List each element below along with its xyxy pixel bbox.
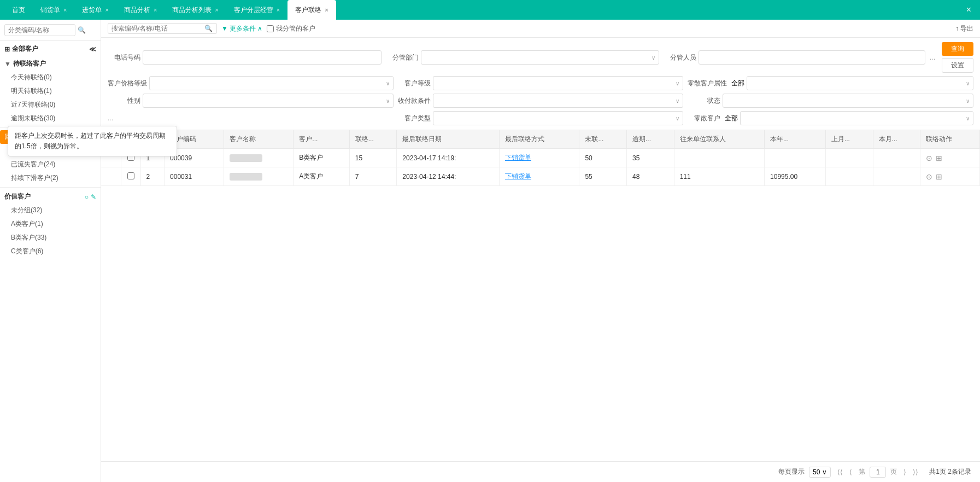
td-level: B类客户 <box>294 149 349 167</box>
tooltip-box: 距客户上次交易时长，超过了此客户的平均交易周期的1.5倍，则视为异常。 <box>8 126 101 156</box>
filter-my-customers[interactable]: 我分管的客户 <box>267 24 315 33</box>
top-nav: 首页 销货单 × 进货单 × 商品分析 × 商品分析列表 × 客户分层经营 × … <box>0 0 980 20</box>
sidebar-item-unclassified[interactable]: 未分组(32) <box>0 204 101 217</box>
td-checkbox[interactable] <box>121 167 140 186</box>
sidebar-item-overdue[interactable]: 逾期未联络(30) <box>0 112 101 125</box>
nav-item-product-list[interactable]: 商品分析列表 × <box>165 0 226 20</box>
ellipsis-icon[interactable]: ... <box>928 54 937 61</box>
chevron-down-icon: ∨ <box>386 80 390 86</box>
filter-field-dept: 分管部门 ∨ <box>386 50 660 65</box>
sidebar-all-customers[interactable]: ⊞ 全部客户 ≪ <box>0 41 101 57</box>
export-button[interactable]: ↑ 导出 <box>955 24 973 33</box>
sidebar-value-circle-icon[interactable]: ○ <box>85 193 89 201</box>
td-last-contact-method[interactable]: 下销货单 <box>499 149 579 167</box>
action-icon-2[interactable]: ⊞ <box>936 154 942 162</box>
close-icon[interactable]: × <box>63 7 67 13</box>
retail-attr-select[interactable]: ∨ <box>747 76 973 90</box>
td-overdue: 48 <box>627 167 674 186</box>
sidebar-item-b-class[interactable]: B类客户(33) <box>0 231 101 245</box>
filter-form: 电话号码 分管部门 ∨ 分管人员 ... 查询 设置 <box>101 38 980 130</box>
th-name: 客户名称 <box>224 130 294 149</box>
settings-button[interactable]: 设置 <box>942 58 973 73</box>
query-button[interactable]: 查询 <box>942 42 973 56</box>
sidebar-item-c-class[interactable]: C类客户(6) <box>0 245 101 258</box>
prev-page-icon[interactable]: ⟨ <box>847 467 854 477</box>
td-action[interactable]: ⊙ ⊞ <box>920 149 980 167</box>
page-input[interactable] <box>870 467 886 478</box>
dept-select[interactable]: ∨ <box>421 50 660 65</box>
sidebar-item-declining[interactable]: 持续下滑客户(2) <box>0 171 101 185</box>
filter-search-wrap: 🔍 <box>108 23 217 34</box>
th-last-contact-method: 最后联络方式 <box>499 130 579 149</box>
status-select[interactable]: ∨ <box>723 94 973 108</box>
nav-item-home[interactable]: 首页 <box>4 0 33 20</box>
retail-customer-select[interactable]: ∨ <box>740 111 973 125</box>
sidebar-item-7days[interactable]: 近7天待联络(0) <box>0 98 101 112</box>
search-icon[interactable]: 🔍 <box>204 25 213 32</box>
collapse-icon[interactable]: ≪ <box>89 45 96 53</box>
manager-input[interactable] <box>699 50 925 65</box>
td-last-contact-date: 2023-04-17 14:19: <box>397 149 500 167</box>
first-page-icon[interactable]: ⟨⟨ <box>835 467 845 477</box>
action-icon-1[interactable]: ⊙ <box>926 172 932 181</box>
th-last-contact-date: 最后联络日期 <box>397 130 500 149</box>
filter-field-customer-level: 客户等级 ∨ <box>398 76 684 90</box>
customer-type-select[interactable]: ∨ <box>433 111 684 125</box>
export-icon: ↑ <box>955 25 959 32</box>
filter-field-phone: 电话号码 <box>108 50 382 65</box>
gender-select[interactable]: ∨ <box>143 94 394 108</box>
close-icon[interactable]: × <box>215 7 218 13</box>
next-page-icon[interactable]: ⟩ <box>901 467 908 477</box>
close-icon[interactable]: × <box>277 7 280 13</box>
arrow-down-icon: ▼ <box>4 60 11 68</box>
sidebar-item-churned[interactable]: 已流失客户(24) <box>0 158 101 171</box>
action-icon-1[interactable]: ⊙ <box>926 154 932 162</box>
nav-item-product-analysis[interactable]: 商品分析 × <box>116 0 165 20</box>
sidebar-search-input[interactable] <box>4 24 75 36</box>
close-icon[interactable]: × <box>105 7 108 13</box>
filter-more-conditions[interactable]: ▼ 更多条件 ∧ <box>221 24 262 33</box>
nav-item-purchase[interactable]: 进货单 × <box>74 0 116 20</box>
last-page-icon[interactable]: ⟩⟩ <box>911 467 920 477</box>
td-unit-contact <box>674 149 764 167</box>
window-close-button[interactable]: × <box>962 5 976 15</box>
sidebar-item-a-class[interactable]: A类客户(1) <box>0 217 101 231</box>
sidebar-value-edit-icon[interactable]: ✎ <box>91 193 96 201</box>
filter-field-retail-attr: 零散客户属性 全部 ∨ <box>688 76 973 90</box>
search-icon[interactable]: 🔍 <box>78 26 86 34</box>
td-last-contact-method[interactable]: 下销货单 <box>499 167 579 186</box>
my-customers-checkbox[interactable] <box>267 25 274 32</box>
sidebar-group-pending[interactable]: ▼ 待联络客户 <box>0 57 101 71</box>
nav-item-customer-segment[interactable]: 客户分层经营 × <box>226 0 287 20</box>
customer-level-select[interactable]: ∨ <box>433 76 684 90</box>
sidebar-item-today[interactable]: 今天待联络(0) <box>0 71 101 84</box>
action-icon-2[interactable]: ⊞ <box>936 172 942 181</box>
nav-item-customer-contact[interactable]: 客户联络 × <box>287 0 336 20</box>
filter-search-input[interactable] <box>112 25 204 32</box>
table-body: 1 000039 B类客户 15 2023-04-17 14:19: 下销货单 … <box>101 149 980 186</box>
td-action[interactable]: ⊙ ⊞ <box>920 167 980 186</box>
sidebar-item-tomorrow[interactable]: 明天待联络(1) <box>0 84 101 98</box>
customer-table: ⚙ 客户编码 客户名称 客户... 联络... 最后联络日期 最后联络方式 未联… <box>101 130 980 186</box>
chevron-down-icon: ∨ <box>652 55 655 61</box>
close-icon[interactable]: × <box>325 7 328 13</box>
chevron-down-icon: ∨ <box>676 115 679 121</box>
price-level-select[interactable]: ∨ <box>149 76 394 90</box>
filter-btn-group: 查询 设置 <box>942 42 973 73</box>
filter-icon: ▼ <box>221 25 228 32</box>
page-size-select[interactable]: 50 ∨ <box>809 467 831 478</box>
chevron-down-icon: ∨ <box>676 80 679 86</box>
close-icon[interactable]: × <box>154 7 157 13</box>
td-last-month <box>825 149 873 167</box>
th-action: 联络动作 <box>920 130 980 149</box>
payment-select[interactable]: ∨ <box>433 94 684 108</box>
filter-field-gender: 性别 ∨ <box>108 94 394 108</box>
phone-input[interactable] <box>143 50 382 65</box>
nav-item-sales[interactable]: 销货单 × <box>33 0 74 20</box>
td-last-contact-date: 2023-04-12 14:44: <box>397 167 500 186</box>
chevron-down-icon: ∨ <box>676 98 679 104</box>
sidebar-value-section: 价值客户 ○ ✎ <box>0 190 101 204</box>
th-unit-contact: 往来单位联系人 <box>674 130 764 149</box>
table-header-row: ⚙ 客户编码 客户名称 客户... 联络... 最后联络日期 最后联络方式 未联… <box>101 130 980 149</box>
chevron-down-icon: ∨ <box>386 98 390 104</box>
